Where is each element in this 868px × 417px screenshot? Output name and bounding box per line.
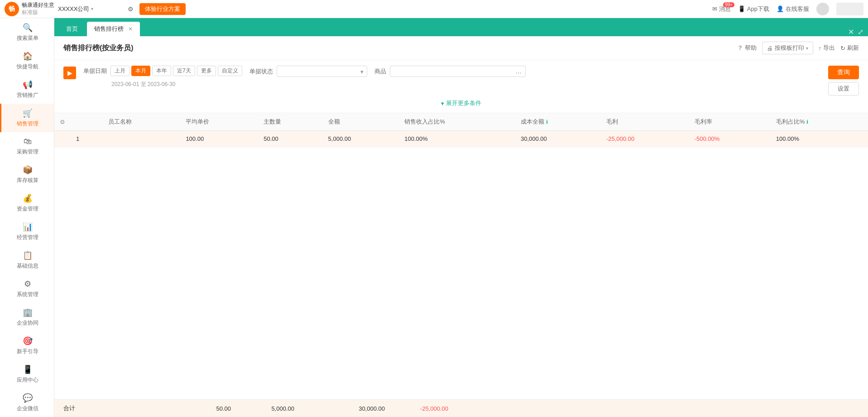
user-name[interactable] <box>836 3 863 15</box>
td-profit-pct: 100.00% <box>771 131 868 147</box>
tab-sales-rank[interactable]: 销售排行榜 ✕ <box>87 22 140 36</box>
data-table: ⚙ 员工名称 平均单价 主数量 全额 销售收入占比% 成本全额 ℹ 毛利 毛利率 <box>54 113 868 147</box>
date-label: 单据日期 <box>83 67 107 75</box>
operations-icon: 📊 <box>23 222 33 232</box>
date-range-display: 2023-06-01 至 2023-06-30 <box>111 81 175 88</box>
date-filter: 单据日期 上月 本月 本年 近7天 更多 自定义 2023-06-01 至 20… <box>83 66 242 88</box>
sidebar-item-quick-nav[interactable]: 🏠 快捷导航 <box>0 47 54 75</box>
refresh-icon: ↻ <box>840 45 845 52</box>
expand-conditions-button[interactable]: ▾ 展开更多条件 <box>441 99 481 107</box>
app-name: 畅康通好生意 标准版 <box>22 2 54 16</box>
sidebar-item-guide[interactable]: 🎯 新手引导 <box>0 331 54 360</box>
table-wrapper[interactable]: ⚙ 员工名称 平均单价 主数量 全额 销售收入占比% 成本全额 ℹ 毛利 毛利率 <box>54 113 868 399</box>
help-icon: ？ <box>737 44 743 52</box>
sidebar-item-inventory[interactable]: 📦 库存核算 <box>0 160 54 189</box>
search-icon: 🔍 <box>23 23 33 33</box>
status-filter: 单据状态 <box>249 66 367 77</box>
sidebar-item-basic-info[interactable]: 📋 基础信息 <box>0 246 54 274</box>
date-btn-current-month[interactable]: 本月 <box>131 66 150 76</box>
date-btn-more[interactable]: 更多 <box>197 66 216 76</box>
date-btn-prev-month[interactable]: 上月 <box>110 66 129 76</box>
footer-total-label: 合计 <box>63 404 100 412</box>
enterprise-icon: 🏢 <box>23 307 33 317</box>
date-btn-current-year[interactable]: 本年 <box>152 66 171 76</box>
message-badge: 99+ <box>723 2 734 7</box>
sidebar-item-enterprise[interactable]: 🏢 企业协同 <box>0 303 54 331</box>
app-center-icon: 📱 <box>23 364 33 374</box>
home-icon: 🏠 <box>23 51 33 61</box>
tab-home[interactable]: 首页 <box>59 22 85 36</box>
th-name: 员工名称 <box>103 113 181 131</box>
refresh-button[interactable]: ↻ 刷新 <box>840 44 859 52</box>
tab-close-all-icon[interactable]: ✕ <box>848 28 854 36</box>
sidebar-item-sales[interactable]: 🛒 销售管理 <box>0 104 54 132</box>
th-cost: 成本全额 ℹ <box>515 113 601 131</box>
expand-icon: ▾ <box>441 100 444 107</box>
sidebar-item-system[interactable]: ⚙ 系统管理 <box>0 274 54 303</box>
top-right-actions: ✉ 消息 99+ 📱 App下载 👤 在线客服 <box>712 3 863 15</box>
finance-icon: 💰 <box>23 193 33 203</box>
status-label: 单据状态 <box>249 67 273 76</box>
sidebar-item-finance[interactable]: 💰 资金管理 <box>0 189 54 217</box>
td-profit-rate: -500.00% <box>689 131 771 147</box>
th-avg-price: 平均单价 <box>180 113 258 131</box>
td-amount: 5,000.00 <box>323 131 399 147</box>
print-icon: 🖨 <box>767 45 773 52</box>
status-select-wrapper <box>277 66 367 77</box>
page-actions: ？ 帮助 🖨 按模板打印 ▾ ↑ 导出 ↻ 刷新 <box>737 42 859 54</box>
th-profit-rate: 毛利率 <box>689 113 771 131</box>
filter-toggle-button[interactable]: ▶ <box>63 67 76 79</box>
footer-cost: 30,000.00 <box>349 405 385 412</box>
trial-button[interactable]: 体验行业方案 <box>139 3 186 15</box>
status-select[interactable] <box>277 66 367 77</box>
td-rank: 1 <box>71 131 103 147</box>
td-profit: -25,000.00 <box>601 131 689 147</box>
sidebar-item-purchase[interactable]: 🛍 采购管理 <box>0 132 54 160</box>
date-btn-7days[interactable]: 近7天 <box>173 66 195 76</box>
sidebar-item-search[interactable]: 🔍 搜索菜单 <box>0 18 54 47</box>
th-rank <box>71 113 103 131</box>
page-header: 销售排行榜(按业务员) ？ 帮助 🖨 按模板打印 ▾ ↑ 导出 <box>54 36 868 60</box>
content-area: 首页 销售排行榜 ✕ ✕ ⤢ 销售排行榜(按业务员) ？ 帮助 <box>54 18 868 417</box>
company-selector[interactable]: XXXXX公司 ▾ <box>58 5 121 13</box>
sidebar-item-marketing[interactable]: 📢 营销推广 <box>0 75 54 104</box>
date-btn-custom[interactable]: 自定义 <box>218 66 242 76</box>
th-profit-pct: 毛利占比% ℹ <box>771 113 868 131</box>
sidebar-item-app-center[interactable]: 📱 应用中心 <box>0 360 54 388</box>
goods-more-icon[interactable]: … <box>516 68 522 75</box>
message-icon: ✉ <box>712 5 717 12</box>
page-title: 销售排行榜(按业务员) <box>63 43 134 53</box>
sidebar-item-operations[interactable]: 📊 经营管理 <box>0 217 54 246</box>
sidebar: 🔍 搜索菜单 🏠 快捷导航 📢 营销推广 🛒 销售管理 🛍 采购管理 📦 库存核… <box>0 18 54 417</box>
table-footer: 合计 50.00 5,000.00 30,000.00 -25,000.00 <box>54 399 868 417</box>
app-download-button[interactable]: 📱 App下载 <box>738 5 769 13</box>
query-button[interactable]: 查询 <box>828 66 859 79</box>
tab-close-icon[interactable]: ✕ <box>128 26 133 32</box>
td-qty: 50.00 <box>258 131 322 147</box>
th-settings[interactable]: ⚙ <box>54 113 71 131</box>
td-settings <box>54 131 71 147</box>
export-button[interactable]: ↑ 导出 <box>819 44 835 52</box>
th-profit: 毛利 <box>601 113 689 131</box>
help-button[interactable]: ？ 帮助 <box>737 44 757 52</box>
query-area: 查询 设置 <box>828 66 859 96</box>
settings-button[interactable]: 设置 <box>828 82 859 96</box>
sales-icon: 🛒 <box>23 108 33 118</box>
arrow-right-icon: ▶ <box>67 69 72 77</box>
td-cost: 30,000.00 <box>515 131 601 147</box>
td-name <box>103 131 181 147</box>
message-button[interactable]: ✉ 消息 99+ <box>712 5 731 13</box>
settings-icon[interactable]: ⚙ <box>125 4 136 14</box>
online-service-button[interactable]: 👤 在线客服 <box>777 5 809 13</box>
page-content: 销售排行榜(按业务员) ？ 帮助 🖨 按模板打印 ▾ ↑ 导出 <box>54 36 868 417</box>
service-icon: 👤 <box>777 5 784 12</box>
tab-expand-icon[interactable]: ⤢ <box>858 28 863 36</box>
filter-row: ▶ 单据日期 上月 本月 本年 近7天 更多 自定义 <box>63 66 859 96</box>
sidebar-item-wechat[interactable]: 💬 企业微信 <box>0 388 54 417</box>
table-header-row: ⚙ 员工名称 平均单价 主数量 全额 销售收入占比% 成本全额 ℹ 毛利 毛利率 <box>54 113 868 131</box>
td-sales-pct: 100.00% <box>399 131 515 147</box>
print-button[interactable]: 🖨 按模板打印 ▾ <box>762 42 813 54</box>
avatar[interactable] <box>816 3 829 15</box>
cost-info-icon: ℹ <box>546 119 548 125</box>
top-header: 畅 畅康通好生意 标准版 XXXXX公司 ▾ ⚙ 体验行业方案 ✉ 消息 99+… <box>0 0 868 18</box>
